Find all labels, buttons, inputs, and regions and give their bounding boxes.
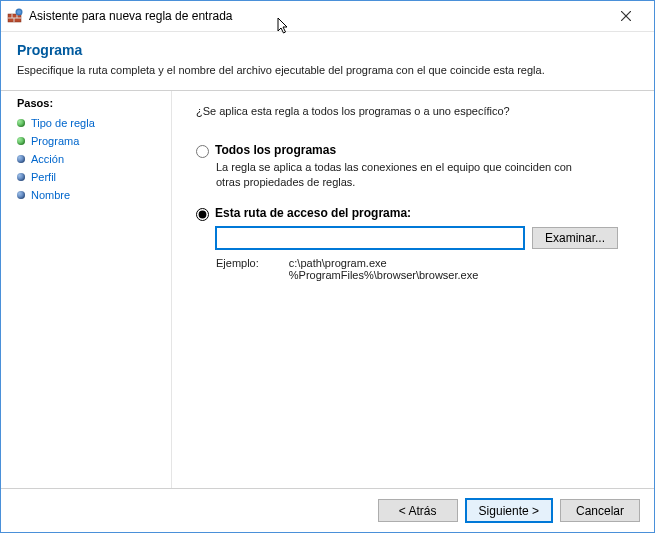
step-link[interactable]: Nombre: [31, 189, 70, 201]
steps-sidebar: Pasos: Tipo de regla Programa Acción Per…: [1, 91, 171, 488]
step-bullet-done-icon: [17, 137, 25, 145]
step-link[interactable]: Acción: [31, 153, 64, 165]
titlebar: Asistente para nueva regla de entrada: [1, 1, 654, 32]
step-link[interactable]: Perfil: [31, 171, 56, 183]
firewall-icon: [7, 8, 23, 24]
svg-point-7: [17, 10, 21, 14]
close-button[interactable]: [606, 2, 646, 30]
option-all-label: Todos los programas: [215, 143, 336, 157]
example-label: Ejemplo:: [216, 257, 259, 281]
path-input-row: Examinar...: [216, 227, 630, 249]
step-bullet-pending-icon: [17, 173, 25, 181]
step-bullet-pending-icon: [17, 191, 25, 199]
steps-heading: Pasos:: [17, 97, 161, 109]
back-button[interactable]: < Atrás: [378, 499, 458, 522]
wizard-window: Asistente para nueva regla de entrada Pr…: [0, 0, 655, 533]
step-accion[interactable]: Acción: [17, 153, 161, 165]
program-path-input[interactable]: [216, 227, 524, 249]
body: Pasos: Tipo de regla Programa Acción Per…: [1, 91, 654, 488]
step-tipo-de-regla[interactable]: Tipo de regla: [17, 117, 161, 129]
radio-program-path[interactable]: [196, 208, 209, 221]
page-title: Programa: [17, 42, 638, 58]
page-subtitle: Especifique la ruta completa y el nombre…: [17, 64, 638, 76]
radio-all-programs[interactable]: [196, 145, 209, 158]
example-row: Ejemplo: c:\path\program.exe %ProgramFil…: [216, 257, 630, 281]
step-link[interactable]: Programa: [31, 135, 79, 147]
option-all-row[interactable]: Todos los programas: [196, 143, 630, 158]
option-program-path: Esta ruta de acceso del programa: Examin…: [196, 206, 630, 281]
step-link[interactable]: Tipo de regla: [31, 117, 95, 129]
option-path-label: Esta ruta de acceso del programa:: [215, 206, 411, 220]
cancel-button[interactable]: Cancelar: [560, 499, 640, 522]
step-perfil[interactable]: Perfil: [17, 171, 161, 183]
window-title: Asistente para nueva regla de entrada: [29, 9, 606, 23]
footer: < Atrás Siguiente > Cancelar: [1, 488, 654, 532]
step-bullet-done-icon: [17, 119, 25, 127]
browse-button[interactable]: Examinar...: [532, 227, 618, 249]
next-button[interactable]: Siguiente >: [466, 499, 552, 522]
option-all-desc: La regla se aplica a todas las conexione…: [216, 160, 596, 190]
content-pane: ¿Se aplica esta regla a todos los progra…: [171, 91, 654, 488]
step-nombre[interactable]: Nombre: [17, 189, 161, 201]
option-all-programs: Todos los programas La regla se aplica a…: [196, 143, 630, 190]
question-text: ¿Se aplica esta regla a todos los progra…: [196, 105, 630, 117]
step-programa[interactable]: Programa: [17, 135, 161, 147]
header: Programa Especifique la ruta completa y …: [1, 32, 654, 86]
example-values: c:\path\program.exe %ProgramFiles%\brows…: [289, 257, 479, 281]
step-bullet-pending-icon: [17, 155, 25, 163]
option-path-row[interactable]: Esta ruta de acceso del programa:: [196, 206, 630, 221]
